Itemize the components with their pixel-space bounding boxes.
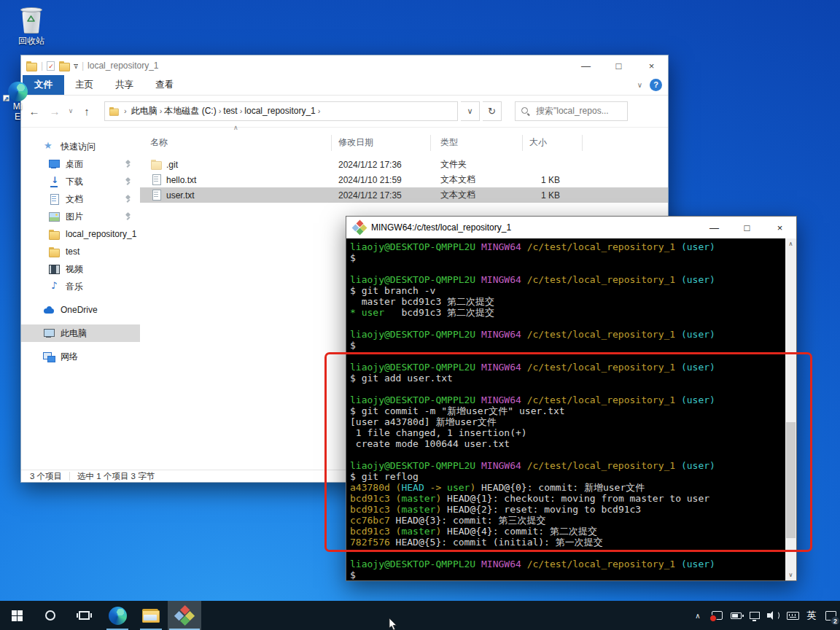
terminal-line (350, 263, 785, 274)
close-button[interactable]: × (763, 217, 796, 238)
sidebar-item-快速访问[interactable]: 快速访问 (21, 138, 140, 155)
help-button[interactable]: ? (650, 79, 662, 91)
column-header-type[interactable]: 类型 (440, 136, 458, 149)
table-row[interactable]: user.txt2024/1/12 17:35文本文档1 KB (140, 187, 668, 203)
task-view-button[interactable] (67, 601, 101, 630)
sidebar-item-label: 文档 (66, 193, 83, 206)
download-icon (48, 176, 60, 187)
sidebar-item-label: 桌面 (66, 158, 83, 171)
network-icon[interactable] (745, 601, 764, 630)
notification-badge: 2 (831, 616, 840, 626)
search-box[interactable]: 搜索"local_repos... (515, 101, 628, 121)
folder-icon (26, 61, 37, 71)
menu-tab-share[interactable]: 共享 (104, 75, 144, 95)
recycle-bin-art (19, 6, 44, 35)
scroll-up-icon[interactable]: ∧ (785, 238, 796, 249)
file-size: 1 KB (505, 190, 560, 201)
sidebar-item-桌面[interactable]: 桌面 (21, 155, 140, 173)
table-row[interactable]: hello.txt2024/1/10 21:59文本文档1 KB (140, 172, 668, 187)
pc-icon (43, 328, 55, 339)
touch-keyboard-icon[interactable] (783, 601, 802, 630)
battery-icon[interactable] (726, 601, 745, 630)
sort-ascending-icon[interactable]: ∧ (233, 124, 238, 131)
breadcrumb-segment[interactable]: 本地磁盘 (C:) (164, 106, 216, 116)
search-placeholder: 搜索"local_repos... (536, 105, 609, 117)
explorer-toolbar: ← → ∨ ↑ › 此电脑›本地磁盘 (C:)›test›local_repos… (21, 96, 668, 126)
breadcrumb-segment[interactable]: test (223, 106, 237, 116)
file-date: 2024/1/12 17:36 (338, 160, 402, 170)
edge-shortcut-icon[interactable]: ↗ Mi E (0, 82, 39, 122)
explorer-titlebar: | ∨ | local_repository_1 — □ × (21, 55, 668, 76)
action-center-icon[interactable]: 2 (821, 601, 840, 630)
terminal-line: $ (350, 252, 785, 263)
folder-icon (48, 229, 60, 240)
taskbar-edge-button[interactable] (101, 601, 134, 630)
minimize-button[interactable]: — (569, 55, 602, 76)
sidebar-item-label: local_repository_1 (66, 229, 136, 239)
edge-icon (109, 607, 127, 625)
sidebar-item-文档[interactable]: 文档 (21, 190, 140, 208)
sidebar-item-下载[interactable]: 下载 (21, 173, 140, 190)
column-header-name[interactable]: 名称 (150, 136, 168, 149)
minimize-button[interactable]: — (698, 217, 731, 238)
sidebar-item-label: 图片 (66, 211, 83, 223)
sidebar-item-此电脑[interactable]: 此电脑 (21, 324, 140, 342)
sidebar-item-test[interactable]: test (21, 243, 140, 260)
screen-record-icon[interactable] (707, 601, 726, 630)
file-type: 文本文档 (440, 189, 475, 201)
address-bar[interactable]: › 此电脑›本地磁盘 (C:)›test›local_repository_1› (104, 101, 458, 121)
terminal-line: * user bcd91c3 第二次提交 (350, 307, 785, 318)
terminal-line: liaojy@DESKTOP-QMPPL2U MINGW64 /c/test/l… (350, 241, 785, 252)
breadcrumb-segment[interactable]: local_repository_1 (244, 106, 315, 116)
qat-customize-icon[interactable]: ∨ (74, 64, 78, 69)
scroll-down-icon[interactable]: ∨ (785, 569, 796, 580)
column-header-date[interactable]: 修改日期 (338, 136, 373, 149)
breadcrumb-segment[interactable]: 此电脑 (131, 106, 158, 116)
selection-info: 选中 1 个项目 3 字节 (77, 471, 155, 482)
column-header-size[interactable]: 大小 (529, 136, 547, 149)
ribbon-collapse-icon[interactable]: ∨ (637, 81, 642, 89)
table-row[interactable]: .git2024/1/12 17:36文件夹 (140, 157, 668, 172)
folder-icon (150, 159, 162, 170)
sidebar-item-图片[interactable]: 图片 (21, 208, 140, 225)
refresh-icon[interactable]: ↻ (483, 101, 502, 121)
start-button[interactable] (0, 601, 34, 630)
forward-button[interactable]: → (46, 105, 63, 117)
close-button[interactable]: × (635, 55, 668, 76)
folder-icon (48, 246, 60, 257)
tray-expand-icon[interactable]: ∧ (688, 601, 707, 630)
breadcrumb-separator-icon: › (238, 106, 245, 115)
ime-indicator[interactable]: 英 (802, 601, 821, 630)
folder-icon (109, 106, 119, 116)
sidebar-item-label: 此电脑 (61, 327, 87, 340)
up-button[interactable]: ↑ (78, 105, 96, 117)
maximize-button[interactable]: □ (602, 55, 635, 76)
search-icon (520, 106, 532, 117)
address-dropdown-icon[interactable]: ∨ (461, 101, 480, 121)
taskbar-gitbash-button[interactable] (168, 601, 201, 630)
properties-qat-icon[interactable] (47, 61, 55, 71)
cortana-button[interactable] (34, 601, 67, 630)
recent-locations-icon[interactable]: ∨ (66, 107, 75, 114)
docs-icon (48, 194, 60, 205)
edge-shortcut-label-line2: E (0, 112, 39, 122)
volume-icon[interactable] (764, 601, 783, 630)
recycle-bin-icon[interactable]: 回收站 (6, 6, 57, 47)
file-size: 1 KB (505, 175, 560, 185)
breadcrumb-separator-icon: › (316, 106, 323, 115)
menu-tab-view[interactable]: 查看 (144, 75, 184, 95)
sidebar-item-OneDrive[interactable]: OneDrive (21, 301, 140, 319)
sidebar-item-local_repository_1[interactable]: local_repository_1 (21, 225, 140, 243)
menu-tab-home[interactable]: 主页 (64, 75, 104, 95)
sidebar-item-视频[interactable]: 视频 (21, 260, 140, 278)
system-tray: ∧ 英 2 (688, 601, 840, 630)
sidebar-item-网络[interactable]: 网络 (21, 348, 140, 365)
sidebar-item-音乐[interactable]: 音乐 (21, 278, 140, 295)
recycle-bin-label: 回收站 (6, 35, 57, 47)
sidebar-item-label: test (66, 246, 79, 257)
git-bash-icon (176, 607, 193, 624)
maximize-button[interactable]: □ (731, 217, 763, 238)
new-folder-qat-icon[interactable] (58, 61, 70, 71)
taskbar-explorer-button[interactable] (134, 601, 168, 630)
file-name: user.txt (166, 190, 195, 201)
